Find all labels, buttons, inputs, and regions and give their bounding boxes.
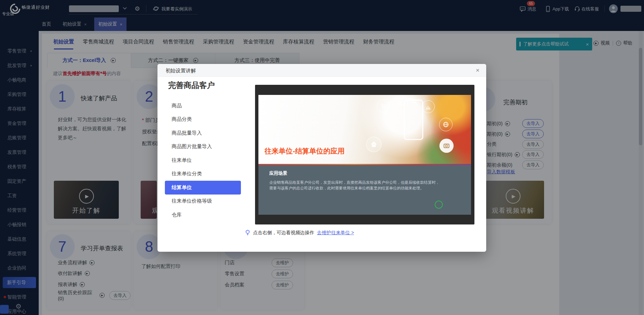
modal-header (157, 64, 486, 77)
scene-panel: 应用场景 企业销售商品给某客户分公司，发货出库时，直接把商品发给该客户分公司，但… (258, 165, 471, 215)
modal-menu: 商品 商品分类 商品批量导入 商品图片批量导入 往来单位 (165, 99, 244, 222)
chart-icon (422, 100, 435, 113)
phone-graphic (404, 100, 423, 140)
video-player[interactable]: 往来单位-结算单位的应用 应用场景 企业销售商品给某客户分公司，发货出库时，直接… (255, 85, 474, 224)
camera-icon (439, 139, 454, 153)
scene-body: 企业销售商品给某客户分公司，发货出库时，直接把商品发给该客户分公司，但是后续收款… (269, 180, 461, 191)
modal-section-heading: 完善商品客户 (168, 80, 215, 91)
modal-menu-item[interactable]: 往来单位价格等级 (165, 195, 244, 208)
modal-menu-item[interactable]: 仓库 (165, 208, 244, 222)
cart-icon (377, 100, 390, 112)
bulb-icon (245, 230, 250, 236)
modal-menu-item[interactable]: 往来单位分类 (165, 167, 244, 181)
modal-menu-item[interactable]: 商品 (165, 99, 244, 113)
hint-text: 点击右侧，可边看视频边操作 (253, 230, 314, 236)
modal-menu-item[interactable]: 商品分类 (165, 113, 244, 127)
setup-guide-modal: 初始设置讲解 × 完善商品客户 商品 商品分类 商品批量导入 商品图片批量导入 (157, 64, 486, 252)
modal-hint-row: 点击右侧，可边看视频边操作 去维护往来单位 > (245, 230, 354, 236)
modal-menu-item[interactable]: 商品批量导入 (165, 126, 244, 140)
maintain-partner-link[interactable]: 去维护往来单位 > (317, 230, 354, 236)
scene-title: 应用场景 (269, 170, 287, 176)
modal-menu-item[interactable]: 商品图片批量导入 (165, 140, 244, 154)
slide-photo: 往来单位-结算单位的应用 (258, 95, 471, 164)
home-icon (366, 137, 382, 152)
cursor-highlight-circle (435, 201, 443, 209)
modal-close-icon[interactable]: × (476, 67, 479, 74)
globe-icon (439, 118, 453, 131)
modal-menu-item[interactable]: 往来单位 (165, 153, 244, 167)
app-window: 畅捷通好业财 专业版 ⚙ 我要看实例演示 65 消息 (0, 0, 644, 315)
modal-title: 初始设置讲解 (166, 68, 196, 74)
slide-headline: 往来单位-结算单位的应用 (264, 146, 345, 156)
modal-menu-item[interactable]: 结算单位 (165, 181, 241, 195)
